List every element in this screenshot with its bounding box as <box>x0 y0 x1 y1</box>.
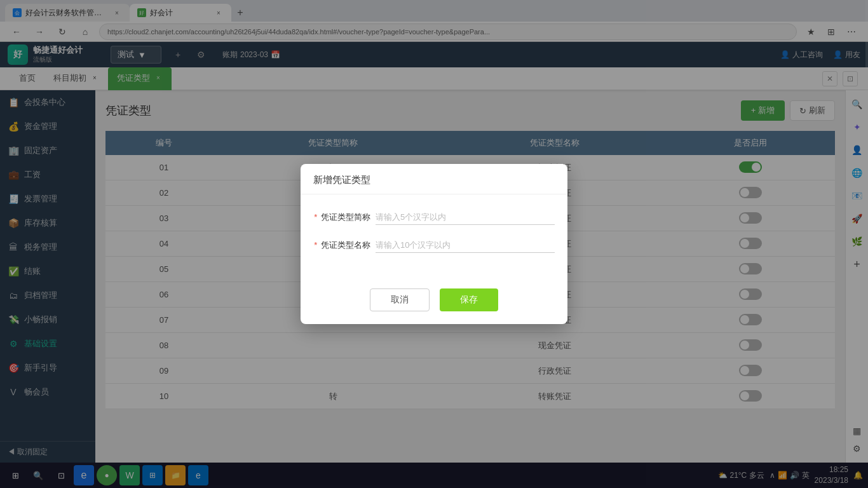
abbr-required: * <box>314 212 317 222</box>
save-button[interactable]: 保存 <box>440 288 498 311</box>
name-row: * 凭证类型名称 <box>313 238 555 253</box>
save-label: 保存 <box>460 294 478 304</box>
modal-body: * 凭证类型简称 * 凭证类型名称 <box>301 194 567 281</box>
abbr-label: * 凭证类型简称 <box>313 212 370 223</box>
cancel-label: 取消 <box>391 294 409 304</box>
modal-overlay: 新增凭证类型 * 凭证类型简称 * 凭证类型名称 取消 <box>0 0 868 488</box>
new-voucher-type-modal: 新增凭证类型 * 凭证类型简称 * 凭证类型名称 取消 <box>301 164 567 324</box>
modal-title: 新增凭证类型 <box>313 174 370 185</box>
name-input[interactable] <box>376 238 555 253</box>
abbr-row: * 凭证类型简称 <box>313 210 555 225</box>
name-label: * 凭证类型名称 <box>313 240 370 251</box>
modal-header: 新增凭证类型 <box>301 164 567 194</box>
modal-footer: 取消 保存 <box>301 281 567 324</box>
name-required: * <box>314 240 317 250</box>
cancel-button[interactable]: 取消 <box>370 288 430 311</box>
abbr-input[interactable] <box>376 210 555 225</box>
